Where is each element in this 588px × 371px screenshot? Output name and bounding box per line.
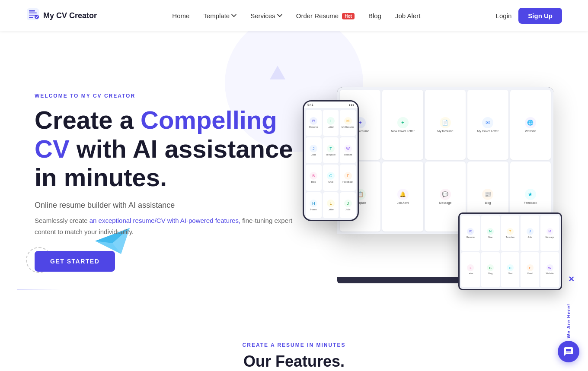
phone-screen: 9:41 ●●● R Resume L Letter M <box>304 101 358 220</box>
cell-icon: 💬 <box>440 189 451 200</box>
chevron-down-icon-2 <box>277 13 282 18</box>
hero-right-content: + New Resume + New Cover Letter 📄 My Res… <box>294 74 553 290</box>
laptop-mockup: + New Resume + New Cover Letter 📄 My Res… <box>337 87 553 234</box>
nav-links: Home Template Services Order Resume Hot … <box>172 12 420 19</box>
deco-triangle <box>270 66 285 79</box>
nav-order-resume[interactable]: Order Resume Hot <box>296 12 355 19</box>
phone-cell: T Template <box>323 137 339 164</box>
tablet-cell: J Jobs <box>521 216 539 251</box>
cell-icon: 📄 <box>440 117 451 128</box>
tablet-cell: F Feed <box>521 252 539 288</box>
cell-icon: + <box>397 117 409 128</box>
chat-bubble-button[interactable] <box>558 341 579 362</box>
login-button[interactable]: Login <box>496 12 512 19</box>
tablet-cell: T Template <box>501 216 520 251</box>
close-button[interactable]: × <box>569 273 574 285</box>
phone-cell: C Chat <box>323 165 339 191</box>
laptop-cell: 📄 My Resume <box>425 90 466 160</box>
hot-badge: Hot <box>342 13 355 19</box>
tablet-cell: C Chat <box>501 252 520 288</box>
hero-title-part1: Create a <box>35 106 141 134</box>
phone-cell: J Jobs <box>306 137 322 164</box>
hero-left-content: WELCOME TO MY CV CREATOR Create a Compel… <box>35 93 294 272</box>
phone-content: R Resume L Letter M My Resume J <box>304 108 358 220</box>
phone-cell: F FeedBack <box>340 165 356 191</box>
phone-cell: H Home <box>306 192 322 219</box>
chat-icon <box>563 346 574 357</box>
phone-mockup: 9:41 ●●● R Resume L Letter M <box>303 100 359 221</box>
hero-subtitle: Online resume builder with AI assistance <box>35 201 294 210</box>
hero-title: Create a Compelling CV with AI assistanc… <box>35 106 294 192</box>
laptop-cell: + New Cover Letter <box>382 90 423 160</box>
chat-widget: We Are Here! <box>558 304 579 362</box>
phone-topbar: 9:41 ●●● <box>304 101 358 108</box>
nav-services[interactable]: Services <box>250 12 282 19</box>
svg-rect-2 <box>29 13 37 13</box>
cell-icon: ★ <box>525 189 536 200</box>
tablet-cell: R Resume <box>461 216 480 251</box>
logo-text: My CV Creator <box>43 11 97 20</box>
we-are-here-label: We Are Here! <box>566 304 571 338</box>
navbar: My CV Creator Home Template Services Ord… <box>0 0 588 31</box>
nav-home[interactable]: Home <box>172 12 189 19</box>
tablet-cell: M Message <box>540 216 559 251</box>
features-section-label: CREATE A RESUME IN MINUTES <box>9 342 579 348</box>
get-started-button[interactable]: GET STARTED <box>35 251 115 272</box>
cell-icon: 🌐 <box>525 117 536 128</box>
nav-actions: Login Sign Up <box>496 8 562 24</box>
features-section-hint: CREATE A RESUME IN MINUTES Our Features. <box>0 325 588 371</box>
hero-desc-link[interactable]: an exceptional resume/CV with AI-powered… <box>89 217 240 224</box>
nav-job-alert[interactable]: Job Alert <box>395 12 420 19</box>
tablet-mockup: R Resume N New T Template J Jobs <box>458 212 562 290</box>
hero-title-part2: with AI assistance in minutes. <box>35 135 293 192</box>
phone-cell: W Website <box>340 137 356 164</box>
features-section-title: Our Features. <box>9 352 579 371</box>
svg-rect-1 <box>29 10 35 12</box>
nav-blog[interactable]: Blog <box>368 12 381 19</box>
mockup-container: + New Resume + New Cover Letter 📄 My Res… <box>303 87 553 277</box>
hero-description: Seamlessly create an exceptional resume/… <box>35 215 294 237</box>
tablet-cell: N New <box>481 216 500 251</box>
logo-icon <box>26 7 40 24</box>
phone-cell: B Blog <box>306 165 322 191</box>
phone-cell: L Letter <box>323 110 339 136</box>
laptop-cell: ✉ My Cover Letter <box>467 90 508 160</box>
cell-icon: 📰 <box>482 189 493 200</box>
phone-cell: R Resume <box>306 110 322 136</box>
hero-desc-prefix: Seamlessly create <box>35 217 89 224</box>
hero-section: WELCOME TO MY CV CREATOR Create a Compel… <box>0 31 588 325</box>
laptop-cell: 🌐 Website <box>510 90 551 160</box>
logo[interactable]: My CV Creator <box>26 7 97 24</box>
chevron-down-icon <box>231 13 236 18</box>
tablet-cell: W Website <box>540 252 559 288</box>
tablet-screen: R Resume N New T Template J Jobs <box>460 214 561 289</box>
signup-button[interactable]: Sign Up <box>518 8 562 24</box>
hero-welcome-label: WELCOME TO MY CV CREATOR <box>35 93 294 99</box>
tablet-cell: B Blog <box>481 252 500 288</box>
laptop-cell: 🔔 Job Alert <box>382 162 423 231</box>
deco-line <box>17 289 61 290</box>
phone-cell: M My Resume <box>340 110 356 136</box>
svg-rect-3 <box>29 15 36 16</box>
phone-cell: J Jobs <box>340 192 356 219</box>
laptop-screen: + New Resume + New Cover Letter 📄 My Res… <box>337 87 553 234</box>
nav-template[interactable]: Template <box>203 12 236 19</box>
tablet-cell: L Letter <box>461 252 480 288</box>
phone-cell: L Letter <box>323 192 339 219</box>
svg-rect-4 <box>29 17 33 18</box>
cell-icon: 🔔 <box>397 189 409 200</box>
cell-icon: ✉ <box>482 117 493 128</box>
